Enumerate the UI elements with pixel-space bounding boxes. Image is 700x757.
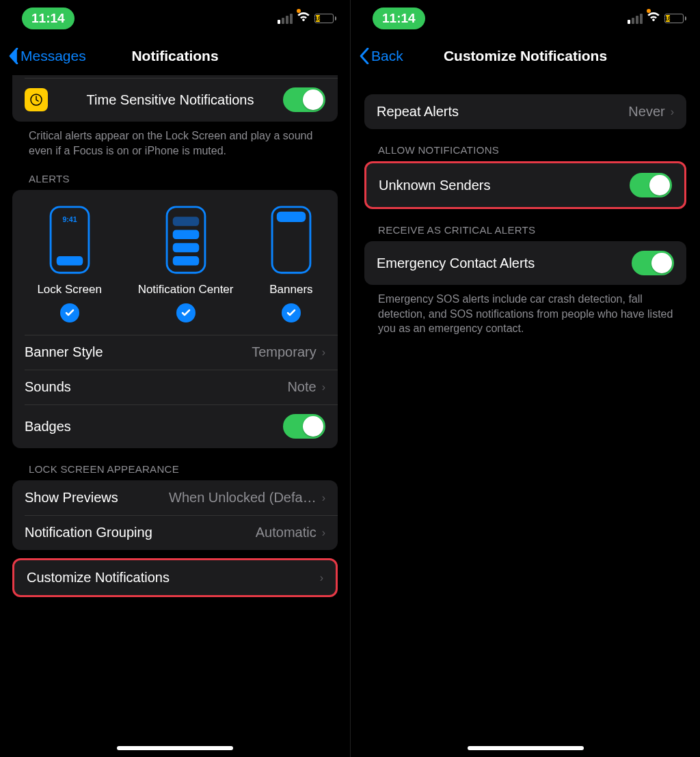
critical-alerts-footer: Critical alerts appear on the Lock Scree…: [0, 122, 350, 158]
battery-indicator: 18: [314, 14, 336, 23]
home-indicator[interactable]: [117, 746, 233, 750]
row-repeat-alerts[interactable]: Repeat Alerts Never ›: [364, 94, 686, 129]
nav-bar: Back Customize Notifications: [351, 37, 700, 75]
row-sounds[interactable]: Sounds Note ›: [12, 370, 338, 404]
row-banner-style[interactable]: Banner Style Temporary ›: [12, 335, 338, 370]
row-notification-grouping[interactable]: Notification Grouping Automatic ›: [12, 515, 338, 550]
emergency-footer: Emergency SOS alerts include car crash d…: [351, 285, 700, 336]
phone-left-notifications: 11:14 18 Messages Notifications Critical…: [0, 0, 350, 757]
alert-option-notification-center[interactable]: Notification Center: [138, 205, 234, 322]
mic-indicator-dot: [297, 9, 301, 13]
nav-bar: Messages Notifications: [0, 37, 350, 75]
group-notification-toggles: Critical Alerts Time Sensitive Notificat…: [12, 75, 338, 122]
chevron-right-icon: ›: [320, 572, 323, 584]
alert-style-picker: 9:41 Lock Screen: [12, 190, 338, 335]
row-emergency-contact-alerts[interactable]: Emergency Contact Alerts: [364, 241, 686, 285]
chevron-right-icon: ›: [671, 106, 674, 118]
row-unknown-senders[interactable]: Unknown Senders: [366, 163, 684, 207]
group-lock-screen: Show Previews When Unlocked (Defa… › Not…: [12, 480, 338, 550]
lock-screen-preview-icon: 9:41: [49, 205, 91, 276]
svg-rect-6: [172, 230, 199, 239]
section-header-lock-screen: LOCK SCREEN APPEARANCE: [0, 456, 350, 480]
alert-option-lock-screen[interactable]: 9:41 Lock Screen: [37, 205, 102, 322]
alert-option-banners[interactable]: Banners: [269, 205, 312, 322]
section-header-alerts: ALERTS: [0, 166, 350, 190]
alert-option-label: Banners: [269, 283, 312, 297]
group-emergency: Emergency Contact Alerts: [364, 241, 686, 285]
row-show-previews[interactable]: Show Previews When Unlocked (Defa… ›: [12, 480, 338, 515]
cellular-signal-icon: [628, 14, 643, 24]
svg-rect-5: [172, 217, 199, 226]
status-time: 11:14: [22, 8, 75, 29]
checkmark-icon: [60, 303, 79, 322]
chevron-right-icon: ›: [322, 346, 325, 359]
home-indicator[interactable]: [468, 746, 584, 750]
group-unknown-senders: Unknown Senders: [364, 161, 686, 209]
svg-rect-10: [277, 212, 306, 222]
battery-indicator: 18: [664, 14, 686, 23]
status-time: 11:14: [373, 8, 425, 29]
svg-text:9:41: 9:41: [62, 215, 77, 223]
row-badges[interactable]: Badges: [12, 404, 338, 448]
back-button[interactable]: Messages: [8, 48, 86, 64]
status-indicators: 18: [278, 12, 336, 26]
section-header-allow: ALLOW NOTIFICATIONS: [351, 137, 700, 161]
chevron-left-icon: [8, 48, 19, 64]
status-indicators: 18: [628, 12, 686, 26]
toggle-emergency-contact[interactable]: [632, 251, 674, 275]
svg-rect-3: [56, 256, 83, 265]
svg-rect-8: [172, 256, 199, 265]
chevron-left-icon: [359, 48, 370, 64]
notification-center-preview-icon: [165, 205, 207, 276]
checkmark-icon: [176, 303, 196, 322]
clock-icon: [25, 88, 48, 111]
back-label: Messages: [21, 48, 86, 64]
svg-rect-7: [172, 243, 199, 252]
section-header-critical: RECEIVE AS CRITICAL ALERTS: [351, 217, 700, 241]
toggle-time-sensitive[interactable]: [283, 87, 325, 112]
wifi-icon: [297, 12, 310, 26]
battery-percent: 18: [666, 15, 670, 22]
mic-indicator-dot: [647, 9, 651, 13]
cellular-signal-icon: [278, 14, 293, 24]
chevron-right-icon: ›: [322, 492, 325, 504]
back-button[interactable]: Back: [359, 48, 403, 64]
wifi-icon: [647, 12, 660, 26]
toggle-unknown-senders[interactable]: [630, 173, 672, 197]
banners-preview-icon: [270, 205, 312, 276]
group-repeat-alerts: Repeat Alerts Never ›: [364, 94, 686, 129]
status-bar: 11:14 18: [351, 0, 700, 37]
chevron-right-icon: ›: [322, 381, 325, 394]
toggle-badges[interactable]: [283, 414, 325, 439]
checkmark-icon: [282, 303, 301, 322]
group-alerts: 9:41 Lock Screen: [12, 190, 338, 448]
battery-percent: 18: [316, 15, 320, 22]
chevron-right-icon: ›: [322, 527, 325, 539]
status-bar: 11:14 18: [0, 0, 350, 37]
row-customize-notifications[interactable]: Customize Notifications ›: [12, 558, 338, 597]
phone-right-customize: 11:14 18 Back Customize Notifications Re…: [350, 0, 700, 757]
row-time-sensitive[interactable]: Time Sensitive Notifications: [12, 78, 338, 122]
alert-option-label: Lock Screen: [37, 283, 102, 297]
back-label: Back: [371, 48, 403, 64]
alert-option-label: Notification Center: [138, 283, 234, 297]
